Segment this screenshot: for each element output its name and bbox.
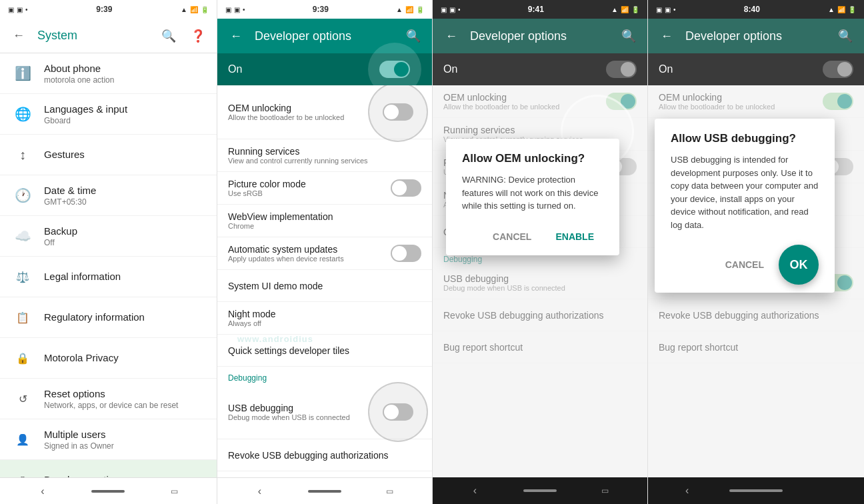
signal-icon: 📶 xyxy=(190,6,198,13)
dev-item-usb-3: USB debugging Debug mode when USB is con… xyxy=(433,267,647,299)
back-nav-4[interactable]: ‹ xyxy=(678,481,697,500)
reset-subtitle: Network, apps, or device can be reset xyxy=(44,401,206,410)
recents-nav-1[interactable]: ▭ xyxy=(165,482,183,501)
app-bar-1: ← System 🔍 ❓ xyxy=(0,19,217,53)
back-button-2[interactable]: ← xyxy=(225,25,247,47)
list-item-legal[interactable]: ⚖️ Legal information xyxy=(0,257,217,297)
back-button-1[interactable]: ← xyxy=(8,25,29,47)
status-bar-3: ▣▣• 9:41 ▲📶🔋 xyxy=(433,0,647,19)
bottom-nav-2: ‹ ▭ xyxy=(217,477,432,504)
wifi-icon-2: ▲ xyxy=(396,6,403,13)
dialog-body-usb: USB debugging is intended for developmen… xyxy=(671,153,819,231)
help-button-1[interactable]: ❓ xyxy=(187,25,209,47)
dialog-body-oem: WARNING: Device protection features will… xyxy=(462,173,603,213)
dev-item-running[interactable]: Running services View and control curren… xyxy=(217,139,432,172)
dev-item-bug-4: Bug report shortcut xyxy=(648,331,864,363)
dialog-cancel-oem[interactable]: Cancel xyxy=(483,226,541,247)
regulatory-title: Regulatory information xyxy=(44,311,206,324)
backup-title: Backup xyxy=(44,225,206,238)
dialog-ok-circle[interactable]: OK xyxy=(779,245,819,285)
dev-item-webview[interactable]: WebView implementation Chrome xyxy=(217,205,432,237)
back-button-3[interactable]: ← xyxy=(441,25,462,47)
dialog-cancel-usb[interactable]: Cancel xyxy=(716,245,773,285)
users-icon: 👤 xyxy=(11,427,35,451)
list-item-datetime[interactable]: 🕐 Date & time GMT+05:30 xyxy=(0,175,217,216)
search-button-1[interactable]: 🔍 xyxy=(158,25,179,47)
status-bar-4: ▣▣• 8:40 ▲📶🔋 xyxy=(648,0,864,19)
list-item-about[interactable]: ℹ️ About phone motorola one action xyxy=(0,53,217,94)
gestures-icon: ↕️ xyxy=(11,143,35,167)
icon-bullet: • xyxy=(25,6,28,13)
status-icons-left: ▣ ▣ • xyxy=(8,6,28,13)
toggle-on-4 xyxy=(823,61,853,78)
toggle-oem[interactable] xyxy=(383,103,413,121)
dev-item-autoupdates[interactable]: Automatic system updates Apply updates w… xyxy=(217,237,432,270)
datetime-subtitle: GMT+05:30 xyxy=(44,197,206,207)
toggle-usb[interactable] xyxy=(383,403,413,421)
search-button-4[interactable]: 🔍 xyxy=(835,25,856,47)
languages-icon: 🌐 xyxy=(11,102,35,126)
status-icons-left-4: ▣▣• xyxy=(656,6,676,13)
list-item-reset[interactable]: ↺ Reset options Network, apps, or device… xyxy=(0,379,217,419)
back-nav-3[interactable]: ‹ xyxy=(465,481,484,500)
about-subtitle: motorola one action xyxy=(44,75,206,85)
dev-item-picturecolor[interactable]: Picture color mode Use sRGB xyxy=(217,172,432,205)
toggle-on-2[interactable] xyxy=(379,61,410,78)
dialog-actions-oem: Cancel Enable xyxy=(462,226,603,247)
app-bar-4: ← Developer options 🔍 xyxy=(648,19,864,53)
list-item-users[interactable]: 👤 Multiple users Signed in as Owner xyxy=(0,419,217,460)
status-icons-right-2: ▲ 📶 🔋 xyxy=(396,6,424,13)
home-indicator-4[interactable] xyxy=(729,489,783,492)
dev-item-bugreport[interactable]: Bug report shortcut xyxy=(217,471,432,477)
home-indicator-3[interactable] xyxy=(523,489,557,492)
list-item-languages[interactable]: 🌐 Languages & input Gboard xyxy=(0,94,217,135)
dev-item-revoke[interactable]: Revoke USB debugging authorizations xyxy=(217,439,432,471)
legal-icon: ⚖️ xyxy=(11,265,35,289)
home-indicator-2[interactable] xyxy=(308,490,341,493)
privacy-icon: 🔒 xyxy=(11,346,35,370)
datetime-icon: 🕐 xyxy=(11,183,35,207)
status-time-2: 9:39 xyxy=(313,5,329,14)
list-item-regulatory[interactable]: 📋 Regulatory information xyxy=(0,297,217,338)
dev-item-revoke-4: Revoke USB debugging authorizations xyxy=(648,299,864,331)
recents-nav-3[interactable]: ▭ xyxy=(596,481,615,500)
privacy-title: Motorola Privacy xyxy=(44,351,206,365)
list-item-motorola-privacy[interactable]: 🔒 Motorola Privacy xyxy=(0,338,217,379)
bottom-nav-4: ‹ xyxy=(648,477,864,504)
dev-item-qstiles[interactable]: Quick settings developer tiles xyxy=(217,335,432,367)
gestures-title: Gestures xyxy=(44,148,206,161)
toggle-autoupdates[interactable] xyxy=(391,245,421,262)
regulatory-icon: 📋 xyxy=(11,305,35,329)
legal-title: Legal information xyxy=(44,270,206,283)
list-item-backup[interactable]: ☁️ Backup Off xyxy=(0,216,217,257)
dev-item-usbdebug[interactable]: USB debugging Debug mode when USB is con… xyxy=(217,385,432,439)
dev-item-oem[interactable]: OEM unlocking Allow the bootloader to be… xyxy=(217,85,432,139)
wifi-icon: ▲ xyxy=(181,6,187,13)
dialog-title-oem: Allow OEM unlocking? xyxy=(462,152,603,165)
dev-item-oem-4: OEM unlocking Allow the bootloader to be… xyxy=(648,85,864,118)
back-nav-2[interactable]: ‹ xyxy=(250,482,269,501)
usb-dialog: Allow USB debugging? USB debugging is in… xyxy=(655,119,835,293)
battery-icon-2: 🔋 xyxy=(416,6,424,13)
dev-item-uidemo[interactable]: System UI demo mode xyxy=(217,270,432,302)
dialog-confirm-oem[interactable]: Enable xyxy=(546,226,603,247)
icon-sim: ▣ xyxy=(8,6,14,13)
backup-icon: ☁️ xyxy=(11,224,35,248)
list-item-gestures[interactable]: ↕️ Gestures xyxy=(0,135,217,175)
back-nav-1[interactable]: ‹ xyxy=(33,482,52,501)
home-indicator-1[interactable] xyxy=(91,490,125,493)
list-item-developer[interactable]: {} Developer options xyxy=(0,460,217,477)
on-row-3: On xyxy=(433,53,647,85)
languages-subtitle: Gboard xyxy=(44,116,206,125)
toggle-picturecolor[interactable] xyxy=(391,179,421,197)
panel4-content: OEM unlocking Allow the bootloader to be… xyxy=(648,85,864,477)
recents-nav-2[interactable]: ▭ xyxy=(381,482,399,501)
dialog-actions-usb: Cancel OK xyxy=(671,245,819,285)
dev-item-nightmode[interactable]: Night mode Always off xyxy=(217,302,432,335)
back-button-4[interactable]: ← xyxy=(656,25,677,47)
search-button-3[interactable]: 🔍 xyxy=(618,25,639,47)
about-icon: ℹ️ xyxy=(11,61,35,85)
languages-title: Languages & input xyxy=(44,103,206,116)
dimmed-content-3: OEM unlocking Allow the bootloader to be… xyxy=(433,85,647,477)
on-row-2[interactable]: On xyxy=(217,53,432,85)
